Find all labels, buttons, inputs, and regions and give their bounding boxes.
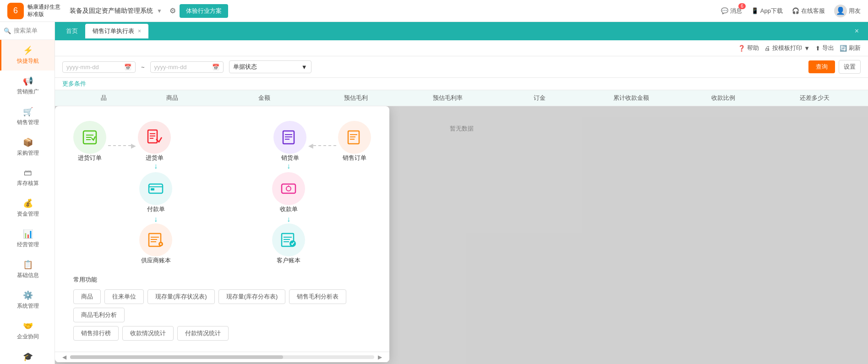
search-bar: yyyy-mm-dd 📅 ~ yyyy-mm-dd 📅 单据状态 ▼ 查询 设置	[55, 56, 868, 78]
btn-payments-statistics[interactable]: 付款情况统计	[177, 326, 229, 341]
flow-node-purchase-order[interactable]: 进货订单	[73, 121, 106, 162]
scrollbar-track[interactable]	[70, 355, 374, 359]
sidebar-search[interactable]: 🔍 搜索菜单	[0, 22, 55, 40]
app-download-button[interactable]: 📱 App下载	[751, 7, 783, 15]
logo-area: 6 畅康通好生意 标准版	[7, 3, 62, 19]
btn-product[interactable]: 商品	[73, 289, 101, 304]
sidebar-item-quick-nav[interactable]: ⚡ 快捷导航	[0, 40, 55, 71]
btn-counterparty[interactable]: 往来单位	[104, 289, 144, 304]
sidebar-item-enterprise[interactable]: 🤝 企业协同	[0, 315, 55, 346]
query-button[interactable]: 查询	[808, 60, 835, 73]
sales-bill-label: 销货单	[281, 154, 299, 162]
sales-bill-circle	[273, 121, 306, 154]
phone-icon: 📱	[751, 7, 759, 14]
export-icon: ⬆	[815, 45, 820, 52]
message-icon: 💬	[721, 7, 728, 14]
flow-node-customer-account[interactable]: 客户账本	[272, 223, 305, 265]
sidebar-item-operations[interactable]: 📊 经营管理	[0, 223, 55, 254]
headset-icon: 🎧	[792, 7, 799, 14]
common-functions-title: 常用功能	[73, 276, 371, 284]
sidebar-item-inventory[interactable]: 🗃 库存核算	[0, 163, 55, 193]
set-button[interactable]: 设置	[839, 60, 861, 74]
receipt-circle	[272, 172, 305, 205]
purchase-order-circle	[73, 121, 106, 154]
col-customer-account: 客户账本	[266, 223, 311, 265]
receipt-label: 收款单	[280, 205, 298, 213]
tab-home[interactable]: 首页	[59, 24, 85, 38]
quick-nav-icon: ⚡	[23, 45, 33, 55]
arrow-down-payment: ↓	[154, 162, 158, 170]
payment-label: 付款单	[147, 205, 165, 213]
page-content: 暂无数据 进	[55, 106, 868, 364]
sidebar-item-basic-info[interactable]: 📋 基础信息	[0, 254, 55, 285]
col-estimated-profit-rate: 预估毛利率	[402, 94, 493, 102]
window-close-button[interactable]: ×	[849, 27, 864, 35]
supplier-account-label: 供应商账本	[141, 256, 171, 265]
online-service-button[interactable]: 🎧 在线客服	[792, 7, 825, 15]
btn-sales-profit-analysis[interactable]: 销售毛利分析表	[289, 289, 346, 304]
flow-node-payment[interactable]: 付款单	[139, 172, 172, 213]
print-button[interactable]: 🖨 按模板打印 ▼	[764, 44, 810, 52]
system-dropdown-icon[interactable]: ▼	[157, 8, 162, 14]
flow-row-2: ↓ 付款单 ↓	[73, 162, 371, 223]
system-icon: ⚙️	[23, 290, 33, 300]
system-name: 装备及固定资产辅助管理系统	[70, 7, 153, 15]
purchase-order-label: 进货订单	[78, 154, 102, 162]
message-button[interactable]: 💬 消息 6	[721, 7, 742, 15]
user-button[interactable]: 👤 用友	[834, 5, 861, 17]
sales-order-circle	[338, 121, 371, 154]
btn-receipts-statistics[interactable]: 收款情况统计	[122, 326, 174, 341]
flow-node-supplier-account[interactable]: 供应商账本	[139, 223, 172, 265]
btn-sales-ranking[interactable]: 销售排行榜	[73, 326, 119, 341]
content-area: 首页 销售订单执行表 × × ❓ 帮助 🖨 按	[55, 22, 868, 364]
col-amount: 金额	[218, 94, 310, 102]
logo-icon: 6	[7, 3, 24, 19]
arrow-down-receipt: ↓	[287, 162, 290, 170]
top-bar: 6 畅康通好生意 标准版 装备及固定资产辅助管理系统 ▼ ⚙ 体验行业方案 💬 …	[0, 0, 868, 22]
common-buttons-row-2: 销售排行榜 收款情况统计 付款情况统计	[73, 326, 371, 341]
modal-body: 进货订单 ▶	[55, 106, 389, 352]
btn-product-profit-analysis[interactable]: 商品毛利分析	[73, 308, 125, 322]
date-input[interactable]: yyyy-mm-dd 📅	[62, 61, 136, 73]
top-right-area: 💬 消息 6 📱 App下载 🎧 在线客服 👤 用友	[721, 5, 861, 17]
sidebar-item-marketing[interactable]: 📢 营销推广	[0, 71, 55, 101]
status-select[interactable]: 单据状态 ▼	[229, 60, 311, 73]
avatar: 👤	[834, 5, 847, 17]
purchase-bill-circle	[138, 121, 171, 154]
tilde-separator: ~	[141, 64, 145, 71]
btn-inventory-distribution[interactable]: 现存量(库存分布表)	[218, 289, 286, 304]
supplier-account-circle	[139, 223, 172, 256]
help-icon: ❓	[738, 45, 745, 52]
sidebar-item-finance[interactable]: 💰 资金管理	[0, 193, 55, 223]
customer-account-label: 客户账本	[277, 256, 300, 265]
export-button[interactable]: ⬆ 导出	[815, 44, 834, 52]
app-wrapper: 6 畅康通好生意 标准版 装备及固定资产辅助管理系统 ▼ ⚙ 体验行业方案 💬 …	[0, 0, 868, 364]
flow-node-sales-order[interactable]: 销售订单	[338, 121, 371, 162]
modal-overlay[interactable]: 进货订单 ▶	[55, 106, 868, 364]
sidebar-item-system[interactable]: ⚙️ 系统管理	[0, 285, 55, 315]
sidebar-item-purchase[interactable]: 📦 采购管理	[0, 132, 55, 163]
flow-node-receipt[interactable]: 收款单	[272, 172, 305, 213]
marketing-icon: 📢	[23, 76, 33, 86]
btn-inventory-status[interactable]: 现存量(库存状况表)	[147, 289, 215, 304]
scroll-right-button[interactable]: ▶	[378, 354, 382, 360]
print-dropdown-icon[interactable]: ▼	[804, 45, 810, 52]
tab-sales-execution[interactable]: 销售订单执行表 ×	[85, 24, 148, 38]
gear-icon[interactable]: ⚙	[169, 6, 176, 15]
tab-close-button[interactable]: ×	[138, 28, 141, 34]
more-conditions-link[interactable]: 更多条件	[62, 80, 86, 87]
col-product: 商品	[126, 94, 218, 102]
date-input-end[interactable]: yyyy-mm-dd 📅	[150, 61, 224, 73]
basic-info-icon: 📋	[23, 260, 33, 270]
sidebar-item-beginner[interactable]: 🎓 新手引导	[0, 346, 55, 364]
scrollbar-thumb	[70, 355, 283, 359]
refresh-button[interactable]: 🔄 刷新	[840, 44, 861, 52]
flow-node-sales-bill[interactable]: 销货单	[273, 121, 306, 162]
experience-button[interactable]: 体验行业方案	[180, 4, 228, 18]
col-receipt-ratio: 收款比例	[677, 94, 769, 102]
sidebar-item-sales[interactable]: 🛒 销售管理	[0, 101, 55, 132]
help-button[interactable]: ❓ 帮助	[738, 44, 759, 52]
scroll-left-button[interactable]: ◀	[62, 354, 66, 360]
flow-node-purchase-bill[interactable]: 进货单	[138, 121, 171, 162]
purchase-bill-label: 进货单	[146, 154, 164, 162]
